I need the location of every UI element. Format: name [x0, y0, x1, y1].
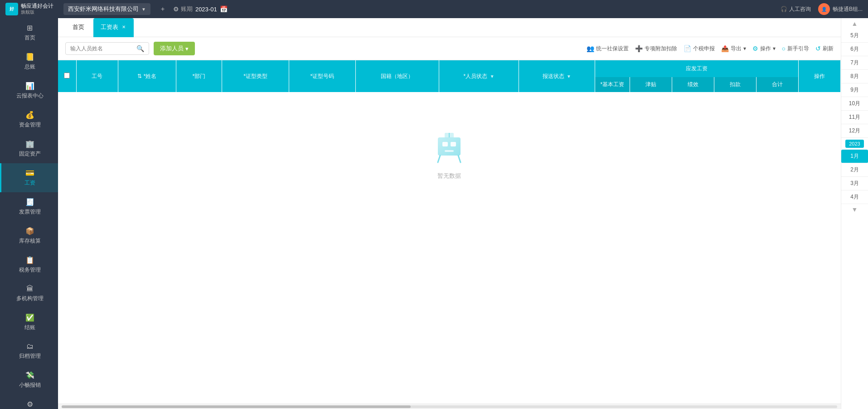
tax-return-icon: 📄 [684, 45, 691, 52]
special-deduction-icon: ➕ [635, 45, 643, 52]
settings-button[interactable]: ⚙ [171, 4, 181, 15]
add-person-button[interactable]: 添加人员 ▾ [154, 42, 195, 55]
inventory-icon: 📦 [25, 227, 34, 235]
header-actions: ＋ ⚙ [158, 3, 181, 15]
salary-table-container[interactable]: 工号 ⇅ *姓名 *部门 *证型类型 *证型号码 国籍（地区） *人员状态 ▼ … [58, 60, 841, 404]
sidebar-item-settle[interactable]: ✅ 结账 [0, 308, 58, 337]
guide-label: 新手引导 [787, 45, 809, 53]
month-2023-3[interactable]: 3月 [841, 177, 868, 190]
company-selector[interactable]: 西安虾米网络科技有限公司 ▼ [63, 3, 150, 15]
guide-toolbar-icon: ○ [782, 45, 786, 52]
refresh-button[interactable]: ↺ 刷新 [815, 45, 834, 53]
tab-close-icon[interactable]: ✕ [121, 24, 126, 30]
person-status-filter-icon[interactable]: ▼ [490, 74, 495, 79]
sidebar-item-archive[interactable]: 🗂 归档管理 [0, 337, 58, 365]
th-base-salary: *基本工资 [595, 77, 630, 92]
th-person-status: *人员状态 ▼ [439, 60, 519, 92]
sidebar-item-home[interactable]: ⊞ 首页 [0, 18, 58, 47]
export-button[interactable]: 📤 导出 ▾ [721, 45, 746, 53]
month-2022-10[interactable]: 10月 [841, 97, 868, 111]
select-all-checkbox[interactable] [64, 73, 70, 78]
ledger-icon: 📒 [25, 53, 34, 61]
company-name: 西安虾米网络科技有限公司 [68, 5, 139, 13]
month-2023-1[interactable]: 1月 [841, 150, 868, 163]
month-2022-12[interactable]: 12月 [841, 124, 868, 138]
report-status-filter-icon[interactable]: ▼ [567, 74, 571, 79]
tax-return-button[interactable]: 📄 个税申报 [684, 45, 715, 53]
sidebar-item-label: 结账 [24, 324, 35, 331]
tab-home[interactable]: 首页 [65, 18, 92, 37]
month-2022-5[interactable]: 5月 [841, 29, 868, 43]
sidebar-item-label: 小畅报销 [19, 381, 41, 389]
th-performance: 绩效 [672, 77, 714, 92]
content-area: 首页 工资表 ✕ 🔍 添加人员 ▾ 👥 统一社保设置 [58, 18, 841, 409]
salary-table: 工号 ⇅ *姓名 *部门 *证型类型 *证型号码 国籍（地区） *人员状态 ▼ … [58, 60, 841, 216]
month-2022-8[interactable]: 8月 [841, 70, 868, 83]
bottom-scrollbar[interactable] [58, 404, 841, 409]
month-2022-7[interactable]: 7月 [841, 56, 868, 70]
export-icon: 📤 [721, 45, 729, 52]
year-2023-label[interactable]: 2023 [845, 140, 863, 148]
month-2022-6[interactable]: 6月 [841, 43, 868, 56]
th-name: ⇅ *姓名 [118, 60, 176, 92]
sidebar-item-salary[interactable]: 💳 工资 [0, 163, 58, 192]
month-2023-2[interactable]: 2月 [841, 163, 868, 177]
app-logo: 好 畅应通好会计 旗舰版 [5, 3, 63, 15]
user-info[interactable]: 👤 畅捷通B组... [818, 3, 863, 15]
add-person-label: 添加人员 [160, 44, 184, 53]
sidebar-item-settings[interactable]: ⚙ 基础设置 [0, 394, 58, 409]
calendar-icon[interactable]: 📅 [220, 5, 228, 13]
sidebar-item-expense[interactable]: 💸 小畅报销 [0, 365, 58, 394]
add-company-button[interactable]: ＋ [158, 3, 168, 15]
tax-icon: 📋 [25, 256, 34, 264]
fund-icon: 💰 [25, 111, 34, 119]
th-deduction: 扣款 [714, 77, 756, 92]
sidebar-item-invoice[interactable]: 🧾 发票管理 [0, 192, 58, 221]
special-deduction-button[interactable]: ➕ 专项附加扣除 [635, 45, 677, 53]
th-emp-id: 工号 [76, 60, 118, 92]
sidebar-item-fund[interactable]: 💰 资金管理 [0, 105, 58, 134]
sidebar-item-inventory[interactable]: 📦 库存核算 [0, 221, 58, 250]
scroll-up-button[interactable]: ▲ [841, 18, 868, 29]
sidebar-item-report[interactable]: 📊 云报表中心 [0, 76, 58, 105]
special-deduction-label: 专项附加扣除 [645, 45, 677, 53]
sidebar-item-asset[interactable]: 🏢 固定资产 [0, 134, 58, 163]
logo-text-block: 畅应通好会计 旗舰版 [21, 3, 53, 15]
th-group-salary: 应发工资 [595, 60, 798, 77]
search-input[interactable] [70, 45, 134, 52]
sidebar-item-tax[interactable]: 📋 税务管理 [0, 250, 58, 279]
sidebar-item-multi[interactable]: 🏛 多机构管理 [0, 279, 58, 308]
guide-button[interactable]: ○ 新手引导 [782, 45, 809, 53]
service-button[interactable]: 🎧 人工咨询 [781, 5, 811, 13]
scroll-down-button[interactable]: ▼ [841, 204, 868, 215]
home-icon: ⊞ [27, 24, 33, 32]
sidebar-item-ledger[interactable]: 📒 总账 [0, 47, 58, 76]
salary-icon: 💳 [25, 169, 34, 177]
period-info: 账期 2023-01 📅 [181, 5, 228, 13]
table-header-row: 工号 ⇅ *姓名 *部门 *证型类型 *证型号码 国籍（地区） *人员状态 ▼ … [58, 60, 841, 77]
svg-line-4 [438, 156, 440, 162]
tab-salary-table[interactable]: 工资表 ✕ [93, 18, 134, 37]
operations-label: 操作 [760, 45, 771, 53]
empty-state-row: 暂无数据 [58, 92, 841, 216]
month-2022-11[interactable]: 11月 [841, 111, 868, 124]
month-2023-4[interactable]: 4月 [841, 190, 868, 204]
add-person-dropdown-arrow: ▾ [185, 45, 189, 52]
multi-icon: 🏛 [26, 285, 34, 293]
period-label: 账期 [181, 5, 193, 13]
social-security-button[interactable]: 👥 统一社保设置 [587, 45, 629, 53]
social-security-icon: 👥 [587, 45, 594, 52]
tab-bar: 首页 工资表 ✕ [58, 18, 841, 37]
operations-icon: ⚙ [752, 45, 758, 52]
scroll-track [62, 405, 837, 408]
tab-salary-label: 工资表 [101, 23, 118, 31]
company-dropdown-arrow: ▼ [141, 7, 146, 12]
operations-button[interactable]: ⚙ 操作 ▾ [752, 45, 776, 53]
table-body: 暂无数据 [58, 92, 841, 216]
export-label: 导出 [731, 45, 742, 53]
app-name: 畅应通好会计 [21, 3, 53, 9]
archive-icon: 🗂 [26, 342, 34, 351]
svg-rect-0 [438, 137, 461, 156]
settings-sidebar-icon: ⚙ [27, 400, 33, 409]
month-2022-9[interactable]: 9月 [841, 83, 868, 97]
